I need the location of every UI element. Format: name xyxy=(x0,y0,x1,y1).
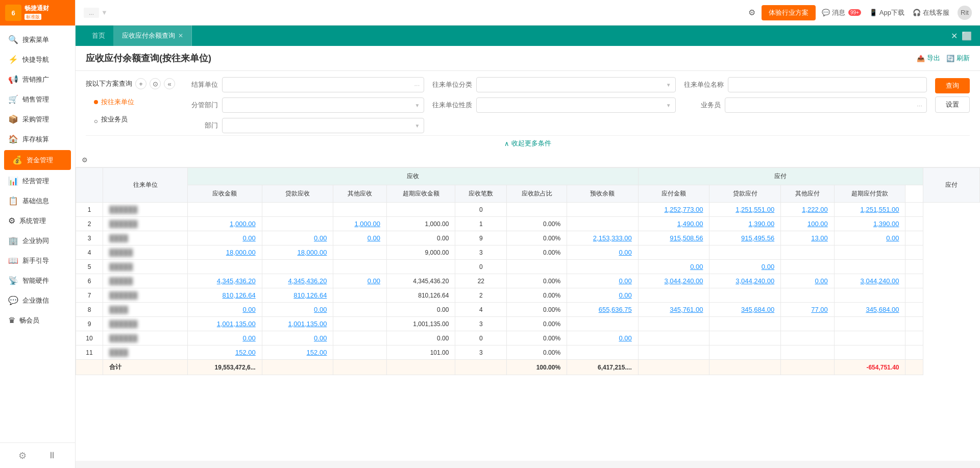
cell[interactable] xyxy=(333,346,387,360)
cell-link[interactable]: 915,495.56 xyxy=(741,234,774,242)
cell[interactable] xyxy=(262,217,333,231)
cell-link[interactable]: 0.00 xyxy=(242,234,255,242)
cell[interactable] xyxy=(709,331,781,346)
cell[interactable]: 2,153,333.00 xyxy=(567,231,639,245)
filter-salesperson-dots[interactable]: ··· xyxy=(915,102,922,109)
cell[interactable]: 4,345,436.20 xyxy=(262,274,333,288)
cell[interactable] xyxy=(567,203,639,217)
cell-link[interactable]: 1,000.00 xyxy=(230,220,256,228)
online-service-item[interactable]: 🎧 在线客服 xyxy=(913,8,949,17)
tab-close-window-icon[interactable]: ✕ xyxy=(951,31,958,41)
collapse-bar[interactable]: ∧ 收起更多条件 xyxy=(86,135,970,151)
cell[interactable]: 0.00 xyxy=(333,274,387,288)
cell[interactable] xyxy=(834,346,905,360)
cell[interactable]: 1,252,773.00 xyxy=(638,203,709,217)
cell[interactable] xyxy=(333,260,387,274)
cell-link[interactable]: 0.00 xyxy=(619,277,631,285)
cell-link[interactable]: 810,126.64 xyxy=(293,291,327,299)
cell[interactable]: 0.00 xyxy=(262,303,333,317)
cell[interactable] xyxy=(333,303,387,317)
cell[interactable]: 0.00 xyxy=(188,303,262,317)
cell-link[interactable]: 0.00 xyxy=(314,306,327,313)
cell[interactable] xyxy=(333,317,387,331)
sidebar-item-13[interactable]: 💬企业微信 xyxy=(0,290,75,310)
sidebar-item-11[interactable]: 📖新手引导 xyxy=(0,251,75,270)
cell[interactable] xyxy=(781,260,835,274)
sidebar-collapse-icon[interactable]: ⏸ xyxy=(47,450,57,461)
cell-link[interactable]: 0.00 xyxy=(314,234,327,242)
tab-close-icon[interactable]: ✕ xyxy=(178,32,183,39)
cell-link[interactable]: 13.00 xyxy=(811,234,828,242)
cell[interactable]: 0.00 xyxy=(262,331,333,346)
cell[interactable]: 1,222.00 xyxy=(781,203,835,217)
filter-branch-dept-select[interactable]: ▼ xyxy=(222,118,424,133)
cell-link[interactable]: 1,001,135.00 xyxy=(217,320,256,328)
cell-link[interactable]: 345,684.00 xyxy=(741,306,774,313)
cell-link[interactable]: 0.00 xyxy=(762,263,774,270)
cell[interactable]: 810,126.64 xyxy=(188,288,262,303)
cell[interactable]: 152.00 xyxy=(188,346,262,360)
cell-link[interactable]: 3,044,240.00 xyxy=(861,277,899,285)
filter-partner-name-input[interactable] xyxy=(728,77,927,92)
sidebar-item-2[interactable]: 📢营销推广 xyxy=(0,69,75,89)
cell[interactable]: 18,000.00 xyxy=(188,245,262,260)
cell[interactable] xyxy=(333,245,387,260)
cell-link[interactable]: 4,345,436.20 xyxy=(288,277,327,285)
expand-scheme-button[interactable]: « xyxy=(164,78,175,89)
cell[interactable] xyxy=(638,245,709,260)
cell[interactable]: 345,684.00 xyxy=(834,303,905,317)
cell-link[interactable]: 1,252,773.00 xyxy=(665,206,703,213)
cell[interactable]: 1,251,551.00 xyxy=(834,203,905,217)
cell-link[interactable]: 915,508.56 xyxy=(670,234,703,242)
sidebar-item-5[interactable]: 🏠库存核算 xyxy=(0,129,75,149)
cell[interactable]: 100.00 xyxy=(781,217,835,231)
cell[interactable]: 1,000.00 xyxy=(188,217,262,231)
cell-link[interactable]: 0.00 xyxy=(242,306,255,313)
cell[interactable]: 1,390.00 xyxy=(709,217,781,231)
cell-link[interactable]: 345,761.00 xyxy=(670,306,703,313)
cell[interactable]: 1,000.00 xyxy=(333,217,387,231)
tab-maximize-icon[interactable]: ⬜ xyxy=(962,31,972,41)
sidebar-item-3[interactable]: 🛒销售管理 xyxy=(0,89,75,109)
cell[interactable] xyxy=(781,346,835,360)
refresh-button[interactable]: 🔄 刷新 xyxy=(946,54,970,63)
cell-link[interactable]: 4,345,436.20 xyxy=(217,277,256,285)
filter-jiesuan-dots[interactable]: ··· xyxy=(412,81,420,89)
cell-link[interactable]: 0.00 xyxy=(619,291,631,299)
cell[interactable]: 1,251,551.00 xyxy=(709,203,781,217)
cell-link[interactable]: 18,000.00 xyxy=(226,249,256,256)
cell[interactable]: 13.00 xyxy=(781,231,835,245)
cell[interactable]: 0.00 xyxy=(262,231,333,245)
settings-button[interactable]: 设置 xyxy=(935,96,970,113)
cell[interactable] xyxy=(781,288,835,303)
cell[interactable] xyxy=(333,288,387,303)
cell[interactable] xyxy=(638,317,709,331)
cell-link[interactable]: 1,000.00 xyxy=(354,220,380,228)
sidebar-settings-icon[interactable]: ⚙ xyxy=(18,450,27,461)
cell[interactable]: 1,390.00 xyxy=(834,217,905,231)
sidebar-item-0[interactable]: 🔍搜索菜单 xyxy=(0,30,75,50)
app-download-item[interactable]: 📱 App下载 xyxy=(869,8,904,17)
cell-link[interactable]: 3,044,240.00 xyxy=(736,277,774,285)
cell[interactable] xyxy=(188,203,262,217)
cell-link[interactable]: 0.00 xyxy=(619,249,631,256)
cell[interactable] xyxy=(638,331,709,346)
cell-link[interactable]: 152.00 xyxy=(307,349,327,356)
filter-jiesuan-input[interactable]: ··· xyxy=(222,77,424,92)
cell[interactable] xyxy=(834,245,905,260)
cell[interactable]: 4,345,436.20 xyxy=(188,274,262,288)
cell[interactable] xyxy=(638,346,709,360)
filter-dept-select[interactable]: ▼ xyxy=(222,97,424,113)
cell-link[interactable]: 1,001,135.00 xyxy=(288,320,327,328)
cell-link[interactable]: 18,000.00 xyxy=(298,249,327,256)
cell-link[interactable]: 77.00 xyxy=(811,306,828,313)
cell-link[interactable]: 0.00 xyxy=(368,277,380,285)
cell-link[interactable]: 1,390.00 xyxy=(873,220,899,228)
cell[interactable]: 915,508.56 xyxy=(638,231,709,245)
cell-link[interactable]: 0.00 xyxy=(619,334,631,342)
cell[interactable]: 1,490.00 xyxy=(638,217,709,231)
cell-link[interactable]: 810,126.64 xyxy=(223,291,256,299)
cell[interactable] xyxy=(638,288,709,303)
cell[interactable] xyxy=(262,260,333,274)
cell[interactable] xyxy=(333,331,387,346)
